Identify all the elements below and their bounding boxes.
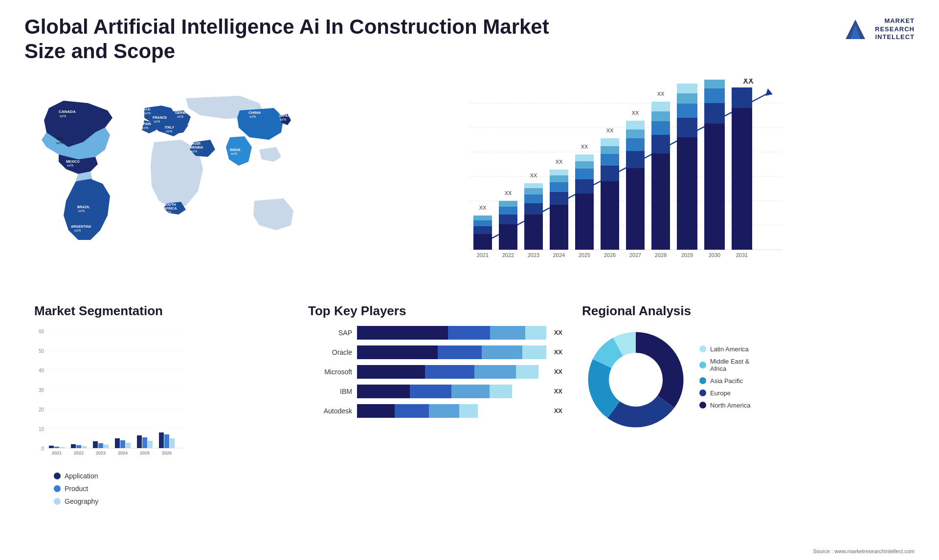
oracle-bar-s1 xyxy=(357,345,438,359)
bar-chart-svg: XX 2021 XX 2022 XX 2023 xyxy=(323,79,910,284)
svg-text:40: 40 xyxy=(39,368,45,373)
seasia-region xyxy=(259,147,281,162)
ibm-label: XX xyxy=(554,385,562,398)
donut-svg xyxy=(582,326,690,433)
seg-legend: Application Product Geography xyxy=(54,472,289,505)
svg-text:2022: 2022 xyxy=(74,451,84,455)
svg-rect-46 xyxy=(159,432,164,448)
svg-rect-39 xyxy=(120,440,125,448)
bar-2026-s3 xyxy=(601,154,619,166)
bar-2027-s4 xyxy=(626,129,645,138)
bar-2025-s1 xyxy=(575,194,594,250)
svg-rect-44 xyxy=(148,441,153,448)
reg-legend-latin: Latin America xyxy=(699,345,750,353)
ibm-bar-s3 xyxy=(451,385,489,398)
autodesk-bar-s1 xyxy=(357,404,395,418)
main-grid: CANADA xx% U.S. xx% MEXICO xx% BRAZIL xx… xyxy=(0,74,939,515)
japan-label: JAPAN xyxy=(279,114,290,117)
bar-2023-label: XX xyxy=(530,172,537,178)
title-block: Global Artificial Intelligence Ai In Con… xyxy=(24,15,549,64)
player-name-autodesk: Autodesk xyxy=(308,407,352,415)
bar-2021-s2 xyxy=(473,226,492,234)
mexico-label: MEXICO xyxy=(66,160,80,163)
bar-2028-s5 xyxy=(651,102,670,111)
logo-text: MARKETRESEARCHINTELLECT xyxy=(875,17,915,42)
svg-rect-32 xyxy=(82,446,87,448)
bar-2031-label: XX xyxy=(743,79,754,85)
canada-value: xx% xyxy=(60,114,66,118)
player-bar-oracle xyxy=(357,345,546,359)
oracle-label: XX xyxy=(554,345,562,359)
bar-2021-s3 xyxy=(473,220,492,226)
legend-application: Application xyxy=(54,472,289,480)
bar-2026-label: XX xyxy=(606,128,614,133)
svg-rect-26 xyxy=(49,446,54,448)
bar-2022-s1 xyxy=(499,224,517,250)
svg-text:10: 10 xyxy=(39,427,45,432)
world-map-svg: CANADA xx% U.S. xx% MEXICO xx% BRAZIL xx… xyxy=(20,79,303,274)
reg-legend-mea: Middle East &Africa xyxy=(699,358,750,372)
spain-label: SPAIN xyxy=(141,122,151,126)
mexico-value: xx% xyxy=(67,164,73,167)
svg-text:2026: 2026 xyxy=(162,451,172,455)
bar-2027-s5 xyxy=(626,121,645,129)
canada-label: CANADA xyxy=(59,109,76,114)
oracle-bar-s4 xyxy=(522,345,546,359)
svg-rect-36 xyxy=(104,445,109,448)
bar-2027-s3 xyxy=(626,138,645,151)
sap-bar-s4 xyxy=(525,326,546,340)
india-label: INDIA xyxy=(230,148,241,152)
svg-text:2025: 2025 xyxy=(140,451,150,455)
svg-text:30: 30 xyxy=(39,388,45,393)
bar-2025-s5 xyxy=(575,154,594,161)
players-section: Top Key Players SAP XX Oracle xyxy=(298,299,572,515)
microsoft-bar-s1 xyxy=(357,365,425,379)
brazil-label: BRAZIL xyxy=(77,205,90,209)
svg-rect-48 xyxy=(170,438,175,448)
bar-2025-s2 xyxy=(575,179,594,194)
sap-bar-s1 xyxy=(357,326,448,340)
regional-inner: Latin America Middle East &Africa Asia P… xyxy=(582,326,905,433)
autodesk-bar-s3 xyxy=(429,404,459,418)
player-row-sap: SAP XX xyxy=(308,326,562,340)
year-2029: 2029 xyxy=(681,252,693,258)
source-text: Source : www.marketresearchintellect.com xyxy=(813,548,915,554)
bar-2023-s3 xyxy=(524,194,543,203)
player-name-ibm: IBM xyxy=(308,388,352,395)
spain-value: xx% xyxy=(142,126,148,129)
us-value: xx% xyxy=(56,141,63,145)
reg-dot-europe xyxy=(699,389,706,396)
player-bar-sap xyxy=(357,326,546,340)
bar-2027-s1 xyxy=(626,168,645,250)
bar-2025-s3 xyxy=(575,169,594,179)
bar-2030-s2 xyxy=(704,103,725,124)
oracle-bar-s2 xyxy=(438,345,482,359)
bar-chart-area: XX 2021 XX 2022 XX 2023 xyxy=(323,79,910,284)
reg-dot-latin xyxy=(699,345,706,352)
autodesk-label: XX xyxy=(554,404,562,418)
bar-2022-s2 xyxy=(499,215,517,224)
oracle-bar-s3 xyxy=(482,345,522,359)
svg-marker-10 xyxy=(765,88,773,96)
svg-rect-28 xyxy=(60,447,65,448)
page-title: Global Artificial Intelligence Ai In Con… xyxy=(24,15,549,64)
bar-2026-s2 xyxy=(601,166,619,181)
bar-2024-s3 xyxy=(550,182,568,192)
brazil-region xyxy=(64,179,110,240)
bar-2024-s1 xyxy=(550,205,568,250)
bar-2024-label: XX xyxy=(556,159,563,165)
italy-value: xx% xyxy=(166,129,172,133)
player-name-sap: SAP xyxy=(308,329,352,337)
svg-text:0: 0 xyxy=(41,446,44,452)
player-row-microsoft: Microsoft XX xyxy=(308,365,562,379)
us-label: U.S. xyxy=(56,136,64,141)
microsoft-bar-s2 xyxy=(425,365,474,379)
autodesk-bar-s4 xyxy=(459,404,478,418)
year-2021: 2021 xyxy=(477,252,489,258)
svg-rect-30 xyxy=(71,444,76,448)
microsoft-bar-s4 xyxy=(516,365,538,379)
svg-text:60: 60 xyxy=(39,329,45,334)
bar-2025-label: XX xyxy=(581,144,588,150)
year-2028: 2028 xyxy=(655,252,667,258)
seg-chart-svg: 0 10 20 30 40 50 60 xyxy=(34,326,191,463)
